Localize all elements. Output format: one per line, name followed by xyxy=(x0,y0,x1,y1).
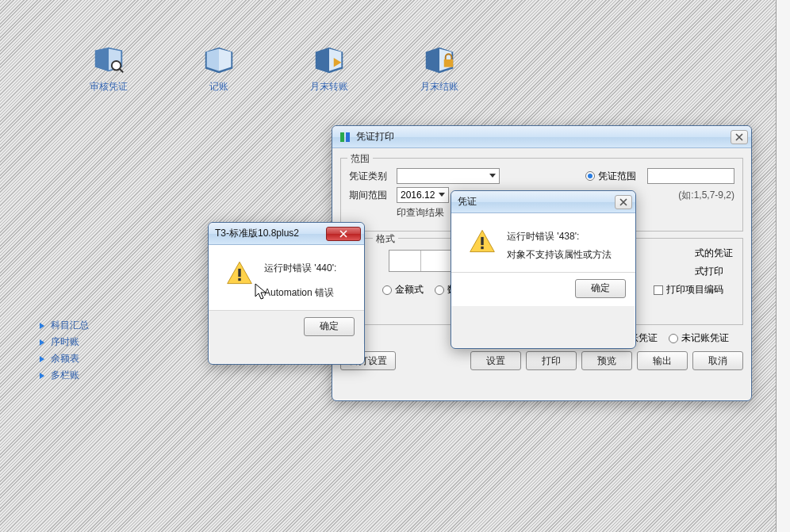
toolbar-item-month-transfer[interactable]: 月末转账 xyxy=(304,44,355,94)
voucher-type-select[interactable] xyxy=(397,168,500,184)
toolbar-label: 月末结账 xyxy=(414,80,465,94)
ok-button[interactable]: 确定 xyxy=(304,317,355,336)
sidebar-item-summary[interactable]: 科目汇总 xyxy=(40,319,89,332)
radio-label: 未记账凭证 xyxy=(681,331,729,345)
book-lock-icon xyxy=(421,44,458,75)
period-from-select[interactable]: 2016.12 xyxy=(397,187,449,203)
range-hint: (如:1,5,7-9,2) xyxy=(678,189,734,202)
radio-amount-style[interactable]: 金额式 xyxy=(382,283,424,297)
book-arrow-icon xyxy=(311,44,347,75)
checkbox-print-code[interactable]: 打印项目编码 xyxy=(654,283,723,297)
dialog-title: 凭证打印 xyxy=(356,130,731,144)
app-icon xyxy=(339,131,351,144)
svg-rect-6 xyxy=(238,269,240,277)
error-line-1: 运行时错误 '440': xyxy=(264,259,336,277)
error-line-1: 运行时错误 '438': xyxy=(507,228,612,246)
svg-rect-3 xyxy=(346,132,350,142)
error-body: 运行时错误 '440': Automation 错误 xyxy=(209,245,364,311)
format-text-2: 式打印 xyxy=(695,265,733,278)
toolbar-item-month-close[interactable]: 月末结账 xyxy=(414,44,465,94)
svg-rect-2 xyxy=(340,132,344,142)
cancel-button[interactable]: 取消 xyxy=(692,351,743,370)
error-body: 运行时错误 '438': 对象不支持该属性或方法 xyxy=(451,213,635,273)
print-result-text-partial: 印查询结果 xyxy=(397,206,444,220)
toolbar-label: 记账 xyxy=(194,80,244,94)
close-icon[interactable] xyxy=(326,227,361,241)
label-period: 期间范围 xyxy=(349,189,397,202)
ok-button[interactable]: 确定 xyxy=(575,279,626,298)
sidebar-links: 科目汇总 序时账 余额表 多栏账 xyxy=(40,319,89,385)
titlebar[interactable]: T3-标准版10.8plus2 xyxy=(209,223,364,245)
close-icon[interactable] xyxy=(731,130,748,144)
toolbar-label: 月末转账 xyxy=(304,80,355,94)
titlebar[interactable]: 凭证打印 xyxy=(332,126,751,148)
book-open-icon xyxy=(201,44,237,75)
range-legend: 范围 xyxy=(347,152,373,166)
radio-unposted-voucher[interactable]: 未记账凭证 xyxy=(669,331,729,345)
right-pane-edge xyxy=(776,0,790,532)
error-438-dialog: 凭证 运行时错误 '438': 对象不支持该属性或方法 确定 xyxy=(451,190,636,349)
toolbar-item-audit[interactable]: 审核凭证 xyxy=(83,44,134,94)
dialog-title: T3-标准版10.8plus2 xyxy=(215,227,326,240)
sidebar-item-multicolumn[interactable]: 多栏账 xyxy=(40,369,89,382)
close-icon[interactable] xyxy=(615,195,632,209)
sidebar-item-journal[interactable]: 序时账 xyxy=(40,335,89,349)
error-440-dialog: T3-标准版10.8plus2 运行时错误 '440': Automation … xyxy=(208,222,365,365)
svg-rect-1 xyxy=(444,59,454,67)
svg-rect-5 xyxy=(481,247,483,249)
book-magnifier-icon xyxy=(90,44,127,75)
svg-rect-4 xyxy=(481,237,483,245)
period-from-value: 2016.12 xyxy=(401,189,435,201)
dialog-title: 凭证 xyxy=(458,195,615,209)
label-voucher-type: 凭证类别 xyxy=(349,170,397,183)
svg-rect-7 xyxy=(238,278,240,281)
sidebar-item-balance[interactable]: 余额表 xyxy=(40,352,89,366)
radio-label: 金额式 xyxy=(395,283,424,297)
format-text-1: 式的凭证 xyxy=(695,247,733,260)
settings-button[interactable]: 设置 xyxy=(470,351,521,370)
format-grid xyxy=(389,250,452,272)
error-line-2: 对象不支持该属性或方法 xyxy=(507,246,612,264)
format-legend: 格式 xyxy=(373,232,398,246)
print-button[interactable]: 打印 xyxy=(526,351,577,370)
titlebar[interactable]: 凭证 xyxy=(451,191,635,213)
radio-voucher-range[interactable]: 凭证范围 xyxy=(585,170,636,183)
toolbar-label: 审核凭证 xyxy=(83,80,134,94)
warning-icon xyxy=(226,259,253,302)
voucher-range-input[interactable] xyxy=(647,168,734,184)
radio-label: 凭证范围 xyxy=(598,170,636,183)
error-line-2: Automation 错误 xyxy=(264,284,336,302)
warning-icon xyxy=(469,228,496,264)
export-button[interactable]: 输出 xyxy=(637,351,688,370)
preview-button[interactable]: 预览 xyxy=(581,351,632,370)
workflow-toolbar: 审核凭证 记账 月末转账 月末结账 xyxy=(0,44,465,94)
checkbox-label: 打印项目编码 xyxy=(666,283,723,297)
toolbar-item-post[interactable]: 记账 xyxy=(194,44,244,94)
